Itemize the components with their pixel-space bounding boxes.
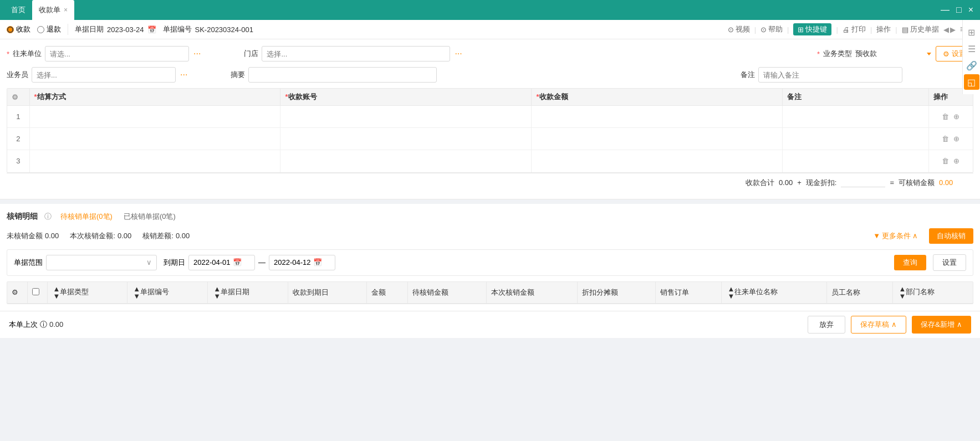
date-label: 单据日期 (75, 24, 104, 34)
delete-icon-2[interactable]: 🗑 (942, 135, 949, 143)
close-icon[interactable]: × (966, 5, 976, 15)
collect-total-value: 0.00 (779, 178, 793, 187)
col-sales-order: 销售订单 (656, 282, 722, 304)
save-draft-button[interactable]: 保存草稿 ∧ (851, 316, 906, 334)
copy-icon-2[interactable]: ⊕ (953, 135, 959, 143)
due-date-filter: 到期日 2022-04-01 📅 — 2022-04-12 📅 (164, 255, 335, 270)
biztype-dropdown-icon[interactable] (927, 53, 931, 55)
cell-account-1[interactable] (280, 106, 532, 128)
remark-input[interactable] (758, 67, 902, 83)
receipt-tab[interactable]: 收款单 × (32, 0, 74, 20)
staff-more-icon[interactable]: ··· (179, 70, 188, 80)
staff-input[interactable] (32, 67, 176, 83)
print-action[interactable]: 🖨 打印 (843, 24, 866, 34)
done-tab[interactable]: 已核销单据(0笔) (121, 211, 178, 223)
cell-op-3: 🗑 ⊕ (928, 150, 973, 172)
cell-settlement-2[interactable] (29, 128, 280, 150)
select-all-checkbox[interactable] (32, 288, 39, 295)
cell-remark-3[interactable] (783, 150, 928, 172)
counterparty-more-icon[interactable]: ··· (192, 49, 202, 59)
col-dept-name: ▲▼部门名称 (893, 282, 973, 304)
col-checkbox (27, 282, 47, 304)
store-more-icon[interactable]: ··· (453, 49, 463, 59)
col-gear: ⚙ (7, 282, 27, 304)
store-label: 门店 (244, 49, 258, 59)
due-date-to[interactable]: 2022-04-12 📅 (269, 255, 335, 270)
sidebar-expand-icon[interactable]: ◱ (964, 74, 979, 90)
cell-amount-3[interactable] (532, 150, 783, 172)
unverified-label: 未核销金额 (7, 231, 43, 241)
minimize-icon[interactable]: — (938, 5, 952, 15)
current-stat: 本次核销金额: 0.00 (70, 231, 131, 241)
remark-field: 备注 (741, 67, 902, 83)
cell-remark-2[interactable] (783, 128, 928, 150)
abandon-button[interactable]: 放弃 (808, 316, 845, 334)
due-date-from[interactable]: 2022-04-01 📅 (188, 255, 255, 270)
footer-info-icon[interactable]: ⓘ (40, 320, 47, 330)
discount-input[interactable] (841, 178, 885, 187)
quickkey-icon: ⊞ (798, 25, 804, 34)
home-tab[interactable]: 首页 (4, 0, 32, 20)
cell-settlement-3[interactable] (29, 150, 280, 172)
auto-verify-button[interactable]: 自动核销 (929, 228, 973, 244)
calendar-icon[interactable]: 📅 (147, 25, 156, 34)
history-action[interactable]: ▤ 历史单据 (902, 24, 939, 34)
col-pending-amount: 待核销金额 (407, 282, 486, 304)
tab-close-icon[interactable]: × (64, 0, 68, 20)
due-date-label: 到期日 (164, 258, 185, 268)
maximize-icon[interactable]: □ (954, 5, 964, 15)
row-num-3: 3 (7, 150, 29, 172)
col-remark: 备注 (783, 89, 928, 106)
more-conditions-btn[interactable]: ▼ 更多条件 ∧ (873, 231, 918, 241)
main-form: * 往来单位 ··· 门店 ··· * 业务类型 预收款 ⚙ 设置 业务员 ··… (0, 39, 980, 199)
store-input[interactable] (262, 46, 450, 61)
table-gear-icon[interactable]: ⚙ (12, 93, 18, 101)
copy-icon-3[interactable]: ⊕ (953, 157, 959, 165)
due-date-from-value: 2022-04-01 (193, 258, 231, 266)
copy-icon-1[interactable]: ⊕ (953, 112, 959, 121)
cell-amount-1[interactable] (532, 106, 783, 128)
help-action[interactable]: ⊙ 帮助 (760, 24, 783, 34)
cell-account-3[interactable] (280, 150, 532, 172)
bottom-table-gear-icon[interactable]: ⚙ (12, 288, 18, 296)
delete-icon-1[interactable]: 🗑 (942, 112, 949, 121)
receipt-type-radio-group: 收款 退款 (7, 24, 61, 34)
refund-radio[interactable]: 退款 (37, 24, 61, 34)
summary-input[interactable] (248, 67, 437, 83)
receive-radio[interactable]: 收款 (7, 24, 30, 34)
counterparty-field: * 往来单位 ··· (7, 46, 202, 61)
pending-tab[interactable]: 待核销单据(0笔) (58, 211, 115, 223)
verify-info-icon[interactable]: ⓘ (44, 212, 52, 222)
query-button[interactable]: 查询 (894, 255, 926, 270)
sidebar-list-icon[interactable]: ☰ (964, 41, 979, 57)
summary-field: 摘要 (231, 67, 437, 83)
cell-remark-1[interactable] (783, 106, 928, 128)
remark-label: 备注 (741, 70, 755, 80)
cell-settlement-1[interactable] (29, 106, 280, 128)
sidebar-link-icon[interactable]: 🔗 (964, 58, 979, 73)
save-new-arrow: ∧ (957, 320, 962, 329)
col-staff-name: 员工名称 (827, 282, 893, 304)
col-account: *收款账号 (280, 89, 532, 106)
nav-prev-icon[interactable]: ◀ (943, 25, 949, 34)
calendar-to-icon[interactable]: 📅 (313, 258, 322, 266)
footer-info-value: 0.00 (49, 320, 63, 329)
filter-settings-button[interactable]: 设置 (933, 254, 966, 271)
cell-amount-2[interactable] (532, 128, 783, 150)
chevron-up-icon: ∧ (912, 232, 918, 240)
counterparty-input[interactable] (45, 46, 189, 61)
delete-icon-3[interactable]: 🗑 (942, 157, 949, 165)
diff-label: 核销差额: (142, 231, 173, 241)
calendar-from-icon[interactable]: 📅 (233, 258, 242, 266)
col-amount: *收款金额 (532, 89, 783, 106)
quickkey-action[interactable]: ⊞ 快捷键 (793, 23, 831, 35)
range-select[interactable]: ∨ (46, 255, 157, 270)
col-current-amount: 本次核销金额 (486, 282, 577, 304)
cell-account-2[interactable] (280, 128, 532, 150)
row-num-1: 1 (7, 106, 29, 128)
video-action[interactable]: ⊙ 视频 (728, 24, 750, 34)
save-new-button[interactable]: 保存&新增 ∧ (912, 316, 971, 334)
nav-next-icon[interactable]: ▶ (950, 25, 956, 34)
sidebar-grid-icon[interactable]: ⊞ (964, 24, 979, 40)
operation-action[interactable]: 操作 (876, 24, 891, 34)
